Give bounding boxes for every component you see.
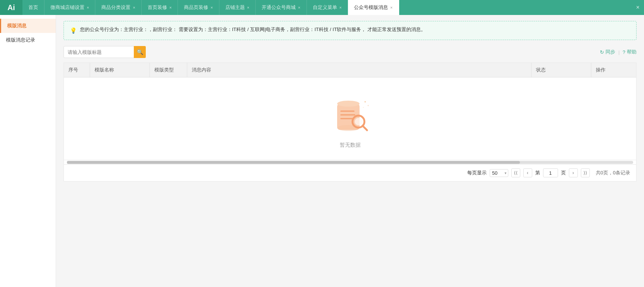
empty-text: 暂无数据 xyxy=(340,142,361,149)
nav-tab-label: 微商城店铺设置 xyxy=(50,4,84,11)
close-icon[interactable]: × xyxy=(247,5,249,10)
nav-tab-label: 首页 xyxy=(28,4,38,11)
search-input[interactable] xyxy=(64,46,146,58)
app-logo: Ai xyxy=(0,0,22,15)
nav-tab-label: 店铺主题 xyxy=(225,4,245,11)
search-input-wrap: 🔍 xyxy=(64,46,146,58)
nav-tab-theme[interactable]: 店铺主题 × xyxy=(219,0,256,15)
pagination: 每页显示 50 20 100 ▾ ⟨⟨ ‹ 第 页 › ⟩⟩ 共0页，0条记录 xyxy=(64,164,636,181)
table-col-name: 模版名称 xyxy=(90,63,150,77)
notice-banner: 💡 您的公众号行业为：主营行业：，副营行业： 需要设置为：主营行业：IT科技 /… xyxy=(64,21,637,40)
empty-state: 暂无数据 xyxy=(64,77,636,160)
close-icon[interactable]: × xyxy=(133,5,135,10)
close-icon[interactable]: × xyxy=(87,5,89,10)
scroll-area[interactable] xyxy=(64,160,636,164)
page-number-input[interactable] xyxy=(543,168,558,177)
sync-icon: ↻ xyxy=(600,49,604,55)
total-text: 共0页，0条记录 xyxy=(596,170,630,176)
sidebar-item-template-msg[interactable]: 模版消息 xyxy=(0,19,56,33)
close-icon[interactable]: × xyxy=(390,5,392,10)
nav-tab-label: 公众号模版消息 xyxy=(354,4,388,11)
help-icon: ? xyxy=(623,49,625,55)
nav-tab-label: 商品分类设置 xyxy=(101,4,130,11)
close-icon[interactable]: × xyxy=(339,5,342,10)
prev-page-button[interactable]: ‹ xyxy=(523,168,532,177)
search-actions: ↻ 同步 | ? 帮助 xyxy=(600,49,637,55)
page-size-label: 每页显示 xyxy=(467,170,487,176)
table-header: 序号 模版名称 模版类型 消息内容 状态 操作 xyxy=(64,63,636,77)
top-nav: Ai 首页 微商城店铺设置 × 商品分类设置 × 首页装修 × 商品页装修 × … xyxy=(0,0,644,15)
close-all-button[interactable]: × xyxy=(632,0,644,15)
page-label: 第 xyxy=(535,170,540,176)
content-area: 💡 您的公众号行业为：主营行业：，副营行业： 需要设置为：主营行业：IT科技 /… xyxy=(56,15,644,287)
close-all-icon: × xyxy=(636,4,640,11)
table-col-content: 消息内容 xyxy=(187,63,531,77)
help-button[interactable]: ? 帮助 xyxy=(623,49,637,55)
svg-point-7 xyxy=(355,118,362,125)
table-col-type: 模版类型 xyxy=(150,63,187,77)
table-col-action: 操作 xyxy=(591,63,636,77)
nav-tab-wechat-mall[interactable]: 开通公众号商城 × xyxy=(256,0,306,15)
page-size-wrap: 50 20 100 ▾ xyxy=(490,169,508,177)
nav-tab-custom-menu[interactable]: 自定义菜单 × xyxy=(307,0,348,15)
svg-point-5 xyxy=(337,101,360,107)
nav-tab-label: 商品页装修 xyxy=(184,4,208,11)
main-layout: 模版消息 模版消息记录 💡 您的公众号行业为：主营行业：，副营行业： 需要设置为… xyxy=(0,15,644,287)
nav-tab-label: 首页装修 xyxy=(148,4,167,11)
close-icon[interactable]: × xyxy=(169,5,172,10)
sidebar: 模版消息 模版消息记录 xyxy=(0,15,56,287)
svg-line-8 xyxy=(363,126,367,130)
nav-tab-home[interactable]: 首页 xyxy=(22,0,44,15)
last-page-button[interactable]: ⟩⟩ xyxy=(581,168,590,177)
sidebar-item-template-msg-record[interactable]: 模版消息记录 xyxy=(0,33,56,47)
page-size-select[interactable]: 50 20 100 xyxy=(490,169,508,177)
table-col-status: 状态 xyxy=(531,63,591,77)
divider: | xyxy=(618,49,619,55)
empty-illustration xyxy=(328,92,373,137)
svg-point-9 xyxy=(364,101,366,103)
close-icon[interactable]: × xyxy=(298,5,300,10)
first-page-button[interactable]: ⟨⟨ xyxy=(511,168,520,177)
next-page-button[interactable]: › xyxy=(569,168,578,177)
page-unit: 页 xyxy=(561,170,566,176)
notice-icon: 💡 xyxy=(70,26,77,35)
search-bar: 🔍 ↻ 同步 | ? 帮助 xyxy=(64,46,637,58)
nav-tab-template-msg[interactable]: 公众号模版消息 × xyxy=(348,0,399,15)
data-table: 序号 模版名称 模版类型 消息内容 状态 操作 xyxy=(64,62,637,181)
scroll-track[interactable] xyxy=(67,161,633,164)
svg-point-11 xyxy=(363,107,364,108)
nav-tab-label: 自定义菜单 xyxy=(313,4,337,11)
svg-point-10 xyxy=(367,105,369,106)
nav-tab-shop-setting[interactable]: 微商城店铺设置 × xyxy=(44,0,95,15)
search-button[interactable]: 🔍 xyxy=(134,46,146,58)
nav-tab-label: 开通公众号商城 xyxy=(262,4,296,11)
sync-button[interactable]: ↻ 同步 xyxy=(600,49,615,55)
table-col-index: 序号 xyxy=(64,63,90,77)
nav-tab-category[interactable]: 商品分类设置 × xyxy=(95,0,141,15)
nav-tab-product-decor[interactable]: 商品页装修 × xyxy=(178,0,219,15)
close-icon[interactable]: × xyxy=(210,5,213,10)
scroll-thumb[interactable] xyxy=(67,161,520,164)
notice-text: 您的公众号行业为：主营行业：，副营行业： 需要设置为：主营行业：IT科技 / 互… xyxy=(80,26,426,34)
nav-tab-home-decor[interactable]: 首页装修 × xyxy=(142,0,178,15)
search-icon: 🔍 xyxy=(137,49,143,55)
